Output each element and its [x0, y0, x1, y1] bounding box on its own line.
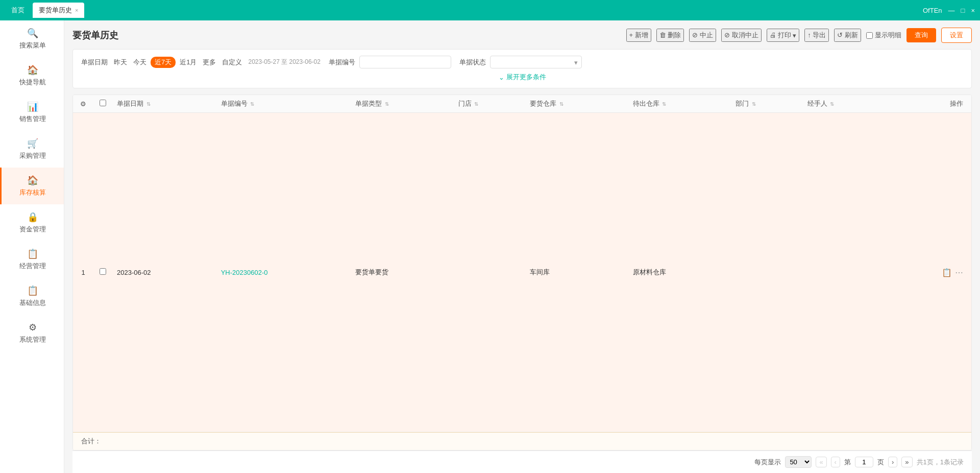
export-label: ↑ 导出 — [807, 31, 826, 40]
top-bar-right: OfTEn — □ × — [923, 7, 975, 14]
date-shortcut-more[interactable]: 更多 — [201, 57, 218, 68]
col-dept[interactable]: 部门 ⇅ — [730, 95, 802, 113]
row-more-icon[interactable]: ⋯ — [955, 268, 963, 277]
row-checkbox[interactable] — [100, 268, 106, 275]
col-pend-warehouse[interactable]: 待出仓库 ⇅ — [628, 95, 731, 113]
top-bar: 首页 要货单历史 × OfTEn — □ × — [0, 0, 980, 20]
prev-page-button[interactable]: ‹ — [831, 457, 840, 467]
col-settings[interactable]: ⚙ — [73, 95, 93, 113]
print-button[interactable]: 🖨 打印 ▾ — [767, 29, 800, 42]
ops-mgmt-icon: 📋 — [27, 248, 38, 259]
sidebar-item-inventory[interactable]: 🏠 库存核算 — [0, 168, 64, 204]
display-detail-checkbox[interactable]: 显示明细 — [866, 31, 901, 40]
page-size-select[interactable]: 10 20 50 100 — [785, 456, 812, 468]
table-head: ⚙ 单据日期 ⇅ 单据编号 ⇅ 单据类型 — [73, 95, 971, 113]
date-shortcut-custom[interactable]: 自定义 — [220, 57, 244, 68]
col-store[interactable]: 门店 ⇅ — [453, 95, 525, 113]
sidebar-item-quick-nav[interactable]: 🏠 快捷导航 — [0, 57, 64, 94]
maximize-icon[interactable]: □ — [961, 7, 965, 14]
date-shortcut-1month[interactable]: 近1月 — [178, 57, 199, 68]
inventory-icon: 🏠 — [27, 175, 38, 186]
sidebar-item-label: 资金管理 — [19, 225, 46, 234]
row-req-warehouse: 车间库 — [525, 113, 628, 432]
col-req-warehouse[interactable]: 要货仓库 ⇅ — [525, 95, 628, 113]
sidebar-item-basic-info[interactable]: 📋 基础信息 — [0, 278, 64, 315]
tab-home[interactable]: 首页 — [5, 3, 31, 18]
col-pend-warehouse-sort: ⇅ — [662, 101, 666, 107]
date-shortcut-yesterday[interactable]: 昨天 — [112, 57, 129, 68]
col-handler-sort: ⇅ — [830, 101, 834, 107]
col-order-no[interactable]: 单据编号 ⇅ — [216, 95, 350, 113]
data-table: ⚙ 单据日期 ⇅ 单据编号 ⇅ 单据类型 — [73, 95, 971, 432]
order-no-input[interactable] — [359, 56, 451, 68]
total-label: 合计： — [81, 437, 101, 446]
page-size-label: 每页显示 — [754, 458, 781, 467]
sidebar-item-sys-mgmt[interactable]: ⚙ 系统管理 — [0, 315, 64, 351]
minimize-icon[interactable]: — — [948, 7, 955, 14]
page-header: 要货单历史 + 新增 🗑 删除 ⊘ 中止 ⊘ 取消中止 🖨 打印 ▾ — [72, 28, 972, 43]
main-layout: 🔍 搜索菜单 🏠 快捷导航 📊 销售管理 🛒 采购管理 🏠 库存核算 🔒 资金管… — [0, 20, 980, 473]
sidebar-item-finance-mgmt[interactable]: 🔒 资金管理 — [0, 204, 64, 241]
col-type[interactable]: 单据类型 ⇅ — [350, 95, 453, 113]
print-label: 🖨 打印 — [770, 31, 792, 40]
col-type-sort: ⇅ — [385, 101, 389, 107]
content-area: 要货单历史 + 新增 🗑 删除 ⊘ 中止 ⊘ 取消中止 🖨 打印 ▾ — [64, 20, 980, 473]
date-filter-group: 单据日期 昨天 今天 近7天 近1月 更多 自定义 2023-05-27 至 2… — [81, 57, 321, 68]
sys-mgmt-icon: ⚙ — [29, 322, 37, 333]
row-order-no[interactable]: YH-20230602-0 — [216, 113, 350, 432]
row-store — [453, 113, 525, 432]
select-all-checkbox[interactable] — [100, 100, 106, 106]
new-button[interactable]: + 新增 — [626, 29, 651, 42]
toolbar: + 新增 🗑 删除 ⊘ 中止 ⊘ 取消中止 🖨 打印 ▾ ↑ 导出 — [626, 28, 972, 43]
sidebar-item-label: 销售管理 — [19, 114, 46, 124]
often-label: OfTEn — [923, 7, 942, 14]
export-button[interactable]: ↑ 导出 — [804, 29, 829, 42]
refresh-button[interactable]: ↺ 刷新 — [834, 29, 861, 42]
first-page-button[interactable]: « — [816, 457, 826, 467]
settings-button[interactable]: 设置 — [941, 28, 972, 43]
purchase-mgmt-icon: 🛒 — [27, 138, 38, 149]
close-window-icon[interactable]: × — [971, 7, 975, 14]
stop-button[interactable]: ⊘ 中止 — [689, 29, 716, 42]
next-page-button[interactable]: › — [888, 457, 897, 467]
col-store-label: 门店 — [458, 100, 472, 107]
sidebar-item-label: 采购管理 — [19, 151, 46, 160]
row-actions: 📋 ⋯ — [890, 113, 971, 432]
col-date[interactable]: 单据日期 ⇅ — [112, 95, 216, 113]
date-shortcut-7days[interactable]: 近7天 — [151, 57, 176, 68]
col-handler[interactable]: 经手人 ⇅ — [802, 95, 890, 113]
col-date-sort: ⇅ — [146, 101, 151, 107]
sidebar-item-label: 基础信息 — [19, 298, 46, 308]
order-no-link[interactable]: YH-20230602-0 — [221, 269, 268, 276]
date-shortcut-today[interactable]: 今天 — [131, 57, 149, 68]
row-pend-warehouse: 原材料仓库 — [628, 113, 731, 432]
tab-history[interactable]: 要货单历史 × — [33, 3, 84, 18]
query-button[interactable]: 查询 — [906, 28, 936, 42]
date-filter-label: 单据日期 — [81, 58, 108, 67]
last-page-button[interactable]: » — [901, 457, 912, 467]
sidebar: 🔍 搜索菜单 🏠 快捷导航 📊 销售管理 🛒 采购管理 🏠 库存核算 🔒 资金管… — [0, 20, 64, 473]
sidebar-item-purchase-mgmt[interactable]: 🛒 采购管理 — [0, 131, 64, 168]
expand-icon: ⌄ — [499, 74, 504, 81]
col-action-label: 操作 — [950, 100, 963, 107]
sidebar-item-ops-mgmt[interactable]: 📋 经营管理 — [0, 241, 64, 278]
expand-label: 展开更多条件 — [506, 73, 546, 82]
sidebar-item-sales-mgmt[interactable]: 📊 销售管理 — [0, 94, 64, 131]
close-tab-icon[interactable]: × — [75, 7, 78, 13]
sidebar-item-search-menu[interactable]: 🔍 搜索菜单 — [0, 20, 64, 57]
page-number-input[interactable] — [855, 457, 873, 467]
page-number-label: 第 — [844, 458, 851, 467]
filter-row: 单据日期 昨天 今天 近7天 近1月 更多 自定义 2023-05-27 至 2… — [81, 56, 963, 68]
order-no-label: 单据编号 — [329, 58, 355, 67]
row-edit-icon[interactable]: 📋 — [942, 268, 952, 277]
col-req-warehouse-sort: ⇅ — [559, 101, 564, 107]
table-body: 1 2023-06-02 YH-20230602-0 要货单要货 车间库 原材料… — [73, 113, 971, 432]
status-select[interactable] — [490, 56, 582, 68]
row-handler — [802, 113, 890, 432]
table-header-row: ⚙ 单据日期 ⇅ 单据编号 ⇅ 单据类型 — [73, 95, 971, 113]
filter-expand-button[interactable]: ⌄ 展开更多条件 — [81, 73, 963, 82]
cancel-stop-button[interactable]: ⊘ 取消中止 — [721, 29, 762, 42]
display-detail-input[interactable] — [866, 32, 873, 39]
home-tab-label: 首页 — [11, 6, 24, 15]
delete-button[interactable]: 🗑 删除 — [656, 29, 684, 42]
